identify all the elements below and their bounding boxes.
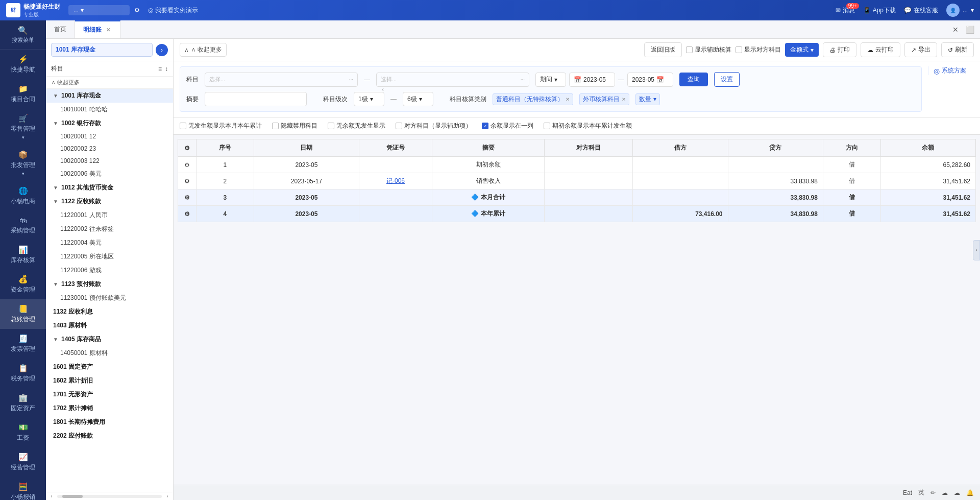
tree-item-10020006[interactable]: 10020006 美元 bbox=[46, 167, 173, 181]
tree-item-11220001[interactable]: 11220001 人民币 bbox=[46, 208, 173, 222]
tab-detail[interactable]: 明细账 ✕ bbox=[75, 20, 120, 38]
tree-item-10020002[interactable]: 10020002 23 bbox=[46, 142, 173, 155]
status-item-cloud1[interactable]: ☁ bbox=[942, 489, 948, 496]
sidebar-item-business[interactable]: 📈 经营管理 bbox=[0, 447, 46, 477]
app-download-btn[interactable]: 📱 App下载 bbox=[863, 6, 896, 15]
tree-item-10020003[interactable]: 10020003 122 bbox=[46, 155, 173, 167]
tree-item-11220004[interactable]: 11220004 美元 bbox=[46, 236, 173, 250]
sidebar-item-wholesale[interactable]: 📦 批发管理 ▾ bbox=[0, 145, 46, 181]
period-start-input[interactable]: 📅 2023-05 bbox=[569, 73, 615, 87]
row-settings-1[interactable]: ⚙ bbox=[178, 157, 197, 173]
return-old-btn[interactable]: 返回旧版 bbox=[644, 42, 682, 57]
tree-item-1701[interactable]: 1701 无形资产 bbox=[46, 388, 173, 401]
tree-item-1403[interactable]: 1403 原材料 bbox=[46, 319, 173, 332]
cloud-print-btn[interactable]: ☁ 云打印 bbox=[861, 42, 900, 57]
sidebar-item-purchase[interactable]: 🛍 采购管理 bbox=[0, 211, 46, 240]
row-settings-3[interactable]: ⚙ bbox=[178, 189, 197, 206]
message-btn[interactable]: ✉ 消息 99+ bbox=[836, 6, 855, 15]
voucher-link[interactable]: 记-006 bbox=[386, 177, 405, 184]
list-icon[interactable]: ≡ bbox=[158, 65, 162, 73]
tree-item-1002[interactable]: ▼1002 银行存款 bbox=[46, 116, 173, 130]
tree-item-2202[interactable]: 2202 应付账款 bbox=[46, 429, 173, 443]
refresh-btn[interactable]: ↺ 刷新 bbox=[941, 42, 974, 57]
level-start-select[interactable]: 1级 ▾ bbox=[354, 92, 384, 106]
tree-item-11230001[interactable]: 11230001 预付账款美元 bbox=[46, 291, 173, 305]
export-btn[interactable]: ↗ 导出 bbox=[904, 42, 937, 57]
checkbox-balance-one-col[interactable]: ✓余额显示在一列 bbox=[482, 122, 533, 130]
tree-item-1801[interactable]: 1801 长期待摊费用 bbox=[46, 415, 173, 429]
checkbox-no-amount[interactable]: 无发生额显示本月本年累计 bbox=[180, 122, 262, 130]
period-end-input[interactable]: 2023-05 📅 bbox=[627, 73, 673, 87]
tag-foreign[interactable]: 外币核算科目 ✕ bbox=[579, 93, 629, 105]
sidebar-item-ledger[interactable]: 📒 总账管理 bbox=[0, 299, 46, 329]
sidebar-item-quick-nav[interactable]: ⚡ 快捷导航 bbox=[0, 50, 46, 79]
sidebar-item-retail[interactable]: 🛒 零售管理 ▾ bbox=[0, 109, 46, 145]
settings-icon[interactable]: ⚙ bbox=[130, 3, 144, 17]
checkbox-period-amount[interactable]: 期初余额显示本年累计发生额 bbox=[544, 122, 632, 130]
tree-item-1132[interactable]: 1132 应收利息 bbox=[46, 305, 173, 319]
online-service-btn[interactable]: 💬 在线客服 bbox=[904, 6, 938, 15]
sidebar-item-project[interactable]: 📁 项目合同 bbox=[0, 79, 46, 109]
tree-item-1001[interactable]: ▼1001 库存现金 bbox=[46, 89, 173, 103]
tag-quantity[interactable]: 数量 ▾ bbox=[635, 93, 660, 105]
period-type-select[interactable]: 期间 ▾ bbox=[535, 73, 566, 87]
sidebar-item-tax[interactable]: 📋 税务管理 bbox=[0, 359, 46, 388]
user-menu[interactable]: 👤 ... ▾ bbox=[946, 4, 974, 17]
sidebar-item-fixed-assets[interactable]: 🏢 固定资产 bbox=[0, 388, 46, 418]
status-item-bell[interactable]: 🔔 bbox=[966, 489, 974, 496]
checkbox-hide-disabled[interactable]: 隐藏禁用科目 bbox=[272, 122, 317, 130]
filter-collapse-left-btn[interactable]: ‹ bbox=[382, 86, 384, 93]
settings-query-btn[interactable]: 设置 bbox=[714, 72, 740, 87]
summary-input[interactable] bbox=[205, 92, 307, 106]
status-item-cloud2[interactable]: ☁ bbox=[954, 489, 960, 496]
show-helper-checkbox[interactable]: 显示辅助核算 bbox=[686, 45, 731, 54]
cell-voucher-2[interactable]: 记-006 bbox=[359, 173, 432, 189]
tree-item-11220005[interactable]: 11220005 所在地区 bbox=[46, 250, 173, 264]
scheme-btn[interactable]: ◎ 系统方案 bbox=[934, 66, 974, 75]
demo-link[interactable]: ◎ 我要看实例演示 bbox=[148, 6, 198, 15]
subject-input2[interactable]: 选择... ··· bbox=[376, 73, 529, 87]
sidebar-item-inventory[interactable]: 📊 库存核算 bbox=[0, 240, 46, 270]
scroll-left-btn[interactable]: ‹ bbox=[48, 493, 55, 500]
tree-item-10020001[interactable]: 10020001 12 bbox=[46, 130, 173, 142]
sidebar-item-search[interactable]: 🔍 搜索菜单 bbox=[0, 20, 46, 50]
sidebar-item-salary[interactable]: 💵 工资 bbox=[0, 418, 46, 447]
expand-more-btn-top[interactable]: ∧ ∧ 收起更多 bbox=[180, 43, 227, 57]
tree-item-11220002[interactable]: 11220002 往来标签 bbox=[46, 222, 173, 236]
selected-account[interactable]: 1001 库存现金 bbox=[51, 43, 153, 57]
print-btn[interactable]: 🖨 打印 bbox=[823, 42, 856, 57]
sidebar-item-ecommerce[interactable]: 🌐 小畅电商 bbox=[0, 181, 46, 211]
sidebar-item-report[interactable]: 🧮 小畅报销 bbox=[0, 477, 46, 500]
tab-home[interactable]: 首页 bbox=[46, 20, 75, 38]
sidebar-item-invoice[interactable]: 🧾 发票管理 bbox=[0, 329, 46, 359]
tag-normal[interactable]: 普通科目（无特殊核算） ✕ bbox=[493, 93, 573, 105]
tree-item-1602[interactable]: 1602 累计折旧 bbox=[46, 374, 173, 388]
tag-close-icon[interactable]: ✕ bbox=[566, 97, 570, 102]
level-end-select[interactable]: 6级 ▾ bbox=[403, 92, 433, 106]
right-collapse-btn[interactable]: › bbox=[973, 240, 980, 260]
tree-item-1122[interactable]: ▼1122 应收账款 bbox=[46, 195, 173, 208]
expand-more-btn[interactable]: ∧ 收起更多 bbox=[46, 77, 173, 89]
status-item-edit[interactable]: ✏ bbox=[930, 489, 936, 496]
checkbox-no-balance[interactable]: 无余额无发生显示 bbox=[328, 122, 385, 130]
scroll-right-btn[interactable]: › bbox=[164, 493, 171, 500]
tree-item-14050001[interactable]: 14050001 原材料 bbox=[46, 346, 173, 360]
tree-item-1601[interactable]: 1601 固定资产 bbox=[46, 360, 173, 374]
sort-icon[interactable]: ↕ bbox=[165, 65, 168, 73]
company-selector[interactable]: ... ▾ bbox=[68, 5, 130, 15]
amount-format-btn[interactable]: 金额式 ▾ bbox=[785, 43, 819, 57]
tree-item-1012[interactable]: ▼1012 其他货币资金 bbox=[46, 181, 173, 195]
tree-item-1123[interactable]: ▼1123 预付账款 bbox=[46, 277, 173, 291]
col-settings[interactable]: ⚙ bbox=[178, 139, 197, 157]
status-item-lang[interactable]: 英 bbox=[918, 488, 924, 497]
tree-item-1405[interactable]: ▼1405 库存商品 bbox=[46, 332, 173, 346]
tab-close-icon[interactable]: ✕ bbox=[105, 27, 112, 34]
row-settings-4[interactable]: ⚙ bbox=[178, 206, 197, 222]
window-maximize-btn[interactable]: ⬜ bbox=[964, 23, 976, 36]
row-settings-2[interactable]: ⚙ bbox=[178, 173, 197, 189]
subject-input[interactable]: 选择... ··· bbox=[205, 73, 358, 87]
checkbox-counterpart[interactable]: 对方科目（显示辅助项） bbox=[396, 122, 472, 130]
window-close-btn[interactable]: ✕ bbox=[949, 23, 962, 36]
tree-item-11220006[interactable]: 11220006 游戏 bbox=[46, 264, 173, 277]
tree-item-1702[interactable]: 1702 累计摊销 bbox=[46, 401, 173, 415]
